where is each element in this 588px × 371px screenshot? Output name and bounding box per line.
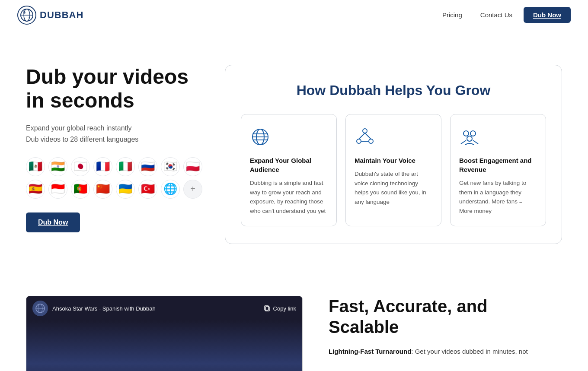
feature-heading-engagement: Boost Engagement and Revenue — [459, 156, 537, 174]
flag-south-korea: 🇰🇷 — [161, 157, 180, 176]
globe-icon — [250, 127, 328, 149]
flag-turkey: 🇹🇷 — [138, 180, 157, 199]
flag-poland: 🇵🇱 — [183, 157, 202, 176]
feature-card-expand: Expand Your Global AudienceDubbing is a … — [241, 114, 337, 226]
hero-left: Dub your videos in seconds Expand your g… — [26, 65, 208, 232]
hero-section: Dub your videos in seconds Expand your g… — [0, 30, 588, 270]
flag-portugal: 🇵🇹 — [71, 180, 90, 199]
flag-japan: 🇯🇵 — [71, 157, 90, 176]
logo[interactable]: DUBBAH — [17, 6, 83, 25]
features-title-bold: Helps You Grow — [385, 82, 490, 98]
svg-point-3 — [23, 11, 26, 14]
feature-desc-expand: Dubbing is a simple and fast way to grow… — [250, 178, 328, 216]
flag-india: 🇮🇳 — [48, 157, 67, 176]
flags-grid: 🇲🇽🇮🇳🇯🇵🇫🇷🇮🇹🇷🇺🇰🇷🇵🇱🇪🇸🇮🇩🇵🇹🇨🇳🇺🇦🇹🇷🌐+ — [26, 157, 208, 199]
nav-contact[interactable]: Contact Us — [473, 8, 519, 22]
feature-heading-expand: Expand Your Global Audience — [250, 156, 328, 174]
hero-subtitle: Expand your global reach instantly Dub v… — [26, 123, 208, 145]
features-title: How Dubbah Helps You Grow — [241, 82, 546, 98]
flag-ukraine: 🇺🇦 — [116, 180, 135, 199]
video-placeholder: Ahsoka Star Wars - Spanish with Dubbah C… — [26, 296, 303, 371]
copy-icon — [264, 305, 271, 312]
navbar: DUBBAH Pricing Contact Us Dub Now — [0, 0, 588, 30]
hero-dub-now-button[interactable]: Dub Now — [26, 212, 80, 232]
svg-point-4 — [29, 17, 30, 19]
feature-desc-engagement: Get new fans by talking to them in a lan… — [459, 178, 537, 216]
svg-point-11 — [357, 139, 361, 143]
flag-other: 🌐 — [161, 180, 180, 199]
svg-point-18 — [467, 136, 472, 141]
video-bar-left: Ahsoka Star Wars - Spanish with Dubbah — [32, 301, 156, 316]
feature-card-engagement: Boost Engagement and RevenueGet new fans… — [450, 114, 546, 226]
features-title-plain: How Dubbah — [297, 82, 385, 98]
svg-point-10 — [363, 129, 367, 133]
feature-desc-voice: Dubbah's state of the art voice cloning … — [355, 169, 432, 206]
copy-link-button[interactable]: Copy link — [264, 305, 296, 312]
svg-point-17 — [470, 131, 476, 136]
hero-title: Dub your videos in seconds — [26, 65, 208, 112]
svg-line-13 — [359, 133, 365, 139]
feature-card-voice: Maintain Your VoiceDubbah's state of the… — [345, 114, 441, 226]
video-bar: Ahsoka Star Wars - Spanish with Dubbah C… — [26, 296, 302, 320]
video-content — [26, 320, 302, 371]
svg-point-12 — [369, 139, 373, 143]
svg-point-16 — [463, 131, 469, 136]
people-icon — [459, 127, 537, 149]
flag-italy: 🇮🇹 — [116, 157, 135, 176]
svg-line-14 — [365, 133, 371, 139]
features-card: How Dubbah Helps You Grow Expand Your Gl… — [225, 65, 562, 244]
bottom-right: Fast, Accurate, and Scalable Lightning-F… — [329, 296, 562, 357]
logo-icon — [17, 6, 36, 25]
logo-svg — [20, 8, 34, 22]
flag-russia: 🇷🇺 — [138, 157, 157, 176]
video-thumbnail-icon — [32, 301, 48, 316]
flag-spain: 🇪🇸 — [26, 180, 45, 199]
features-grid: Expand Your Global AudienceDubbing is a … — [241, 114, 546, 226]
video-title: Ahsoka Star Wars - Spanish with Dubbah — [52, 305, 156, 312]
flag-china: 🇨🇳 — [93, 180, 112, 199]
video-wrap: Ahsoka Star Wars - Spanish with Dubbah C… — [26, 296, 303, 371]
bottom-body: Lightning-Fast Turnaround: Get your vide… — [329, 346, 562, 357]
bottom-heading: Fast, Accurate, and Scalable — [329, 296, 562, 337]
bottom-section: Ahsoka Star Wars - Spanish with Dubbah C… — [0, 270, 588, 371]
network-icon — [355, 127, 432, 149]
flag-more-button[interactable]: + — [183, 180, 202, 199]
flag-france: 🇫🇷 — [93, 157, 112, 176]
flag-mexico: 🇲🇽 — [26, 157, 45, 176]
nav-dub-now-button[interactable]: Dub Now — [524, 7, 571, 23]
nav-links: Pricing Contact Us Dub Now — [435, 7, 571, 23]
feature-heading-voice: Maintain Your Voice — [355, 156, 432, 165]
flag-indonesia: 🇮🇩 — [48, 180, 67, 199]
nav-pricing[interactable]: Pricing — [435, 8, 469, 22]
logo-text: DUBBAH — [40, 10, 83, 21]
